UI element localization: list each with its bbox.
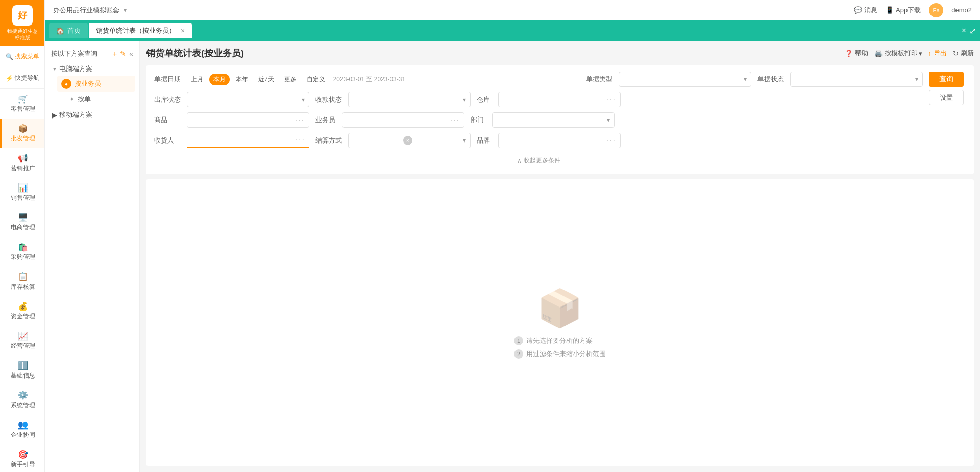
maximize-button[interactable]: ⤢	[969, 26, 976, 36]
sidebar-item-purchase[interactable]: 🛍️ 采购管理	[0, 237, 44, 267]
template-print-group: 🖨️ 按模板打印 ▾	[874, 49, 922, 58]
doc-status-select[interactable]: ▾	[790, 72, 923, 87]
content-area: 销货单统计表(按业务员) ❓ 帮助 🖨️ 按模板打印 ▾ ↑	[140, 41, 980, 472]
out-status-arrow-icon: ▾	[302, 96, 305, 103]
sidebar-item-system[interactable]: ⚙️ 系统管理	[0, 385, 44, 415]
sidebar-item-sales[interactable]: 📊 销售管理	[0, 178, 44, 207]
logo-icon: 好	[12, 5, 33, 26]
retail-icon: 🛒	[18, 94, 28, 104]
quick-nav-button[interactable]: ⚡ 快捷导航	[0, 70, 44, 85]
filter-row-4: 收货人 ··· 结算方式 × ▾ 品牌	[154, 133, 923, 148]
tree-desktop-scheme[interactable]: ▼ 电脑端方案	[49, 62, 135, 76]
date-custom[interactable]: 自定义	[303, 74, 329, 85]
brand-select[interactable]: ···	[498, 133, 621, 148]
receipt-status-label: 收款状态	[315, 95, 342, 104]
sidebar-logo[interactable]: 好 畅捷通好生意 标准版	[0, 0, 44, 46]
sidebar-item-marketing[interactable]: 📢 营销推广	[0, 148, 44, 178]
sidebar-item-finance[interactable]: 💰 资金管理	[0, 296, 44, 326]
settings-button[interactable]: 设置	[929, 90, 964, 105]
basic-icon: ℹ️	[18, 361, 28, 370]
template-print-button[interactable]: 🖨️ 按模板打印	[874, 49, 918, 58]
template-print-dropdown[interactable]: ▾	[919, 50, 922, 57]
sidebar-item-retail[interactable]: 🛒 零售管理	[0, 89, 44, 119]
tab-close-button[interactable]: ×	[181, 27, 185, 35]
message-button[interactable]: 💬 消息	[854, 6, 877, 15]
user-name[interactable]: demo2	[951, 6, 972, 14]
doc-type-select[interactable]: ▾	[619, 72, 751, 87]
tree-grandchild-order[interactable]: ✦ 按单	[65, 92, 135, 106]
edit-scheme-button[interactable]: ✎	[120, 50, 126, 58]
date-range-display: 2023-03-01 至 2023-03-31	[333, 75, 405, 84]
sidebar-item-wholesale[interactable]: 📦 批发管理	[0, 119, 44, 148]
mobile-scheme-section: ▶ 移动端方案	[45, 108, 139, 122]
purchase-icon: 🛍️	[18, 242, 28, 252]
close-tab-button[interactable]: ×	[962, 26, 966, 36]
tree-child-salesperson[interactable]: ● 按业务员	[57, 76, 135, 92]
query-button[interactable]: 查询	[929, 72, 964, 87]
tree-children: ● 按业务员 ✦ 按单	[49, 76, 135, 106]
wholesale-icon: 📦	[18, 124, 28, 133]
consignee-label: 收货人	[154, 136, 181, 145]
sidebar-item-operations[interactable]: 📈 经营管理	[0, 326, 44, 356]
export-button[interactable]: ↑ 导出	[928, 49, 947, 58]
filter-panel: 单据日期 上月 本月 本年 近7天 更多 自定义 2023-03-01 至 20…	[146, 65, 974, 174]
receipt-status-select[interactable]: ▾	[348, 92, 471, 107]
tree-mobile-scheme[interactable]: ▶ 移动端方案	[49, 108, 135, 122]
empty-hint-1: 1 请先选择要分析的方案	[514, 336, 606, 345]
topbar-dropdown-button[interactable]: ▾	[124, 7, 127, 14]
goods-dots-icon: ···	[295, 115, 305, 125]
expand-arrow-icon: ▼	[52, 66, 57, 72]
app-download-button[interactable]: 📱 App下载	[886, 6, 921, 15]
tabbar: 🏠 首页 销货单统计表（按业务员） × × ⤢	[45, 20, 980, 41]
sidebar-item-ecommerce[interactable]: 🖥️ 电商管理	[0, 207, 44, 237]
tab-home[interactable]: 🏠 首页	[49, 23, 88, 38]
desktop-scheme-section: ▼ 电脑端方案 ● 按业务员 ✦ 按单	[45, 62, 139, 106]
settlement-clear-button[interactable]: ×	[403, 136, 412, 145]
date-filter-group: 上月 本月 本年 近7天 更多 自定义 2023-03-01 至 2023-03…	[187, 74, 405, 85]
date-label: 单据日期	[154, 75, 181, 84]
date-more[interactable]: 更多	[280, 74, 301, 85]
page-title-row: 销货单统计表(按业务员) ❓ 帮助 🖨️ 按模板打印 ▾ ↑	[146, 47, 974, 59]
main-area: 办公用品行业模拟账套 ▾ 💬 消息 📱 App下载 Ea demo2 🏠 首页 …	[45, 0, 980, 472]
search-menu-button[interactable]: 🔍 搜索菜单	[3, 50, 41, 63]
salesperson-filter-label: 业务员	[315, 115, 336, 125]
warehouse-select[interactable]: ···	[498, 92, 621, 107]
sidebar-item-enterprise[interactable]: 👥 企业协同	[0, 415, 44, 444]
sidebar-item-basic[interactable]: ℹ️ 基础信息	[0, 356, 44, 385]
consignee-select[interactable]: ···	[187, 133, 309, 148]
consignee-dots-icon: ···	[296, 135, 305, 145]
department-select[interactable]: ▾	[492, 112, 615, 128]
date-current-month[interactable]: 本月	[209, 74, 230, 85]
salesperson-select[interactable]: ···	[342, 112, 464, 128]
collapse-bar: ∧ 收起更多条件	[154, 153, 923, 168]
help-button[interactable]: ❓ 帮助	[845, 49, 868, 58]
date-prev-month[interactable]: 上月	[187, 74, 207, 85]
system-icon: ⚙️	[18, 390, 28, 400]
sidebar-item-inventory[interactable]: 📋 库存核算	[0, 267, 44, 296]
collapse-filters-button[interactable]: ∧ 收起更多条件	[517, 156, 560, 165]
date-current-year[interactable]: 本年	[232, 74, 252, 85]
hint-num-1: 1	[514, 336, 523, 345]
tab-sales-stat[interactable]: 销货单统计表（按业务员） ×	[89, 23, 192, 38]
out-status-select[interactable]: ▾	[187, 92, 309, 107]
settlement-select[interactable]: × ▾	[348, 133, 471, 148]
doc-status-label: 单据状态	[757, 75, 784, 84]
inventory-icon: 📋	[18, 272, 28, 281]
goods-select[interactable]: ···	[187, 112, 309, 128]
refresh-button[interactable]: ↻ 刷新	[953, 49, 974, 58]
brand-dots-icon: ···	[606, 136, 616, 145]
goods-label: 商品	[154, 115, 181, 125]
filter-row-2: 出库状态 ▾ 收款状态 ▾ 仓库	[154, 92, 923, 107]
collapse-panel-button[interactable]: «	[129, 50, 133, 58]
topbar-title: 办公用品行业模拟账套	[53, 6, 119, 15]
date-last7[interactable]: 近7天	[254, 74, 278, 85]
logo-character: 好	[18, 9, 27, 21]
action-buttons: 查询 设置	[927, 72, 966, 168]
print-icon: 🖨️	[874, 50, 883, 57]
sidebar-item-newguide[interactable]: 🎯 新手引导	[0, 444, 44, 472]
settlement-arrow-icon: ▾	[463, 137, 466, 144]
tabbar-controls: × ⤢	[962, 26, 976, 36]
add-scheme-button[interactable]: +	[113, 50, 117, 58]
avatar[interactable]: Ea	[929, 3, 943, 17]
page-content: 按以下方案查询 + ✎ « ▼ 电脑端方案 ● 按业务员	[45, 41, 980, 472]
